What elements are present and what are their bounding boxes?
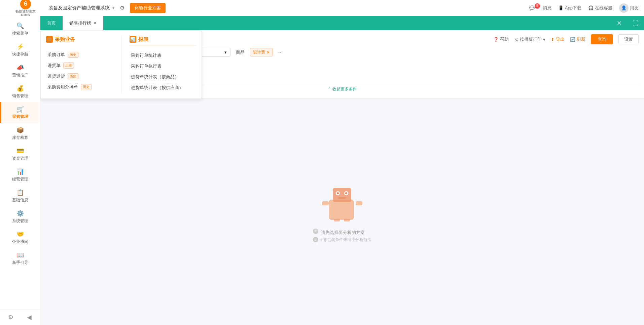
- help-btn[interactable]: ❓ 帮助: [493, 36, 509, 42]
- top-header: 6 畅捷通好生意 标准版 装备及固定资产辅助管理系统 ▾ ⚙ 体验行业方案 💬 …: [0, 0, 644, 16]
- sidebar-item-guide[interactable]: 📖 新手引导: [0, 248, 40, 269]
- export-btn[interactable]: ⬆ 导出: [551, 36, 565, 42]
- sidebar-label-marketing: 营销推广: [12, 72, 28, 78]
- doc-status-arrow: ▾: [224, 50, 227, 55]
- system-title-dropdown-arrow[interactable]: ▾: [112, 6, 114, 10]
- goods-tag-close[interactable]: ✕: [266, 50, 270, 55]
- tab-home[interactable]: 首页: [40, 16, 63, 30]
- marketing-icon: 📣: [16, 64, 24, 71]
- history-badge: 历史: [63, 63, 74, 69]
- content-body: ① 请先选择要分析的方案 ② 用[过滤]条件来缩小分析范围: [40, 98, 644, 325]
- export-icon: ⬆: [551, 37, 554, 42]
- sidebar-item-search[interactable]: 🔍 搜索菜单: [0, 19, 40, 40]
- empty-state: ① 请先选择要分析的方案 ② 用[过滤]条件来缩小分析范围: [313, 181, 372, 243]
- collapse-btn[interactable]: ◀: [22, 314, 38, 321]
- report-section-title: 📊 报表: [130, 36, 196, 46]
- purchase-icon: 🛒: [16, 106, 24, 113]
- sidebar-item-finance[interactable]: 💳 资金管理: [0, 144, 40, 165]
- goods-more-dots[interactable]: ···: [278, 49, 283, 55]
- content-area: 首页 销售排行榜 ✕ ✕ ⛶ 🛒 采购业务 采购订单: [40, 16, 644, 325]
- history-badge: 历史: [68, 73, 78, 79]
- export-label: 导出: [556, 36, 565, 42]
- purchase-section-title: 🛒 采购业务: [46, 36, 113, 45]
- sidebar-item-sales[interactable]: 💰 销售管理: [0, 81, 40, 102]
- cooperation-icon: 🤝: [16, 231, 24, 238]
- sidebar-bottom: ⚙ ◀: [0, 309, 40, 325]
- sidebar-item-system[interactable]: ⚙️ 系统管理: [0, 206, 40, 227]
- sidebar: 🔍 搜索菜单 ⚡ 快捷导航 📣 营销推广 💰 销售管理 🛒 采购管理 📦 库存核…: [0, 16, 40, 325]
- avatar: 👤: [619, 3, 629, 13]
- message-label: 消息: [543, 5, 551, 11]
- svg-rect-6: [338, 197, 346, 199]
- sidebar-item-inventory[interactable]: 📦 库存核算: [0, 123, 40, 144]
- purchase-section-icon: 🛒: [46, 36, 53, 43]
- main-layout: 🔍 搜索菜单 ⚡ 快捷导航 📣 营销推广 💰 销售管理 🛒 采购管理 📦 库存核…: [0, 16, 644, 325]
- hint-bullet-2: ②: [313, 237, 318, 242]
- svg-rect-0: [329, 200, 354, 220]
- message-btn[interactable]: 💬 5 消息: [529, 5, 551, 11]
- help-icon: ❓: [493, 37, 499, 42]
- settings-btn[interactable]: ⚙: [3, 314, 19, 321]
- print-dropdown-arrow[interactable]: ▾: [543, 37, 545, 42]
- menu-purchase-order-exec[interactable]: 采购订单执行表: [130, 61, 196, 72]
- sidebar-label-guide: 新手引导: [12, 260, 28, 266]
- refresh-btn[interactable]: 🔄 刷新: [570, 36, 585, 42]
- svg-rect-8: [356, 201, 362, 205]
- user-menu-btn[interactable]: 👤 用友: [619, 3, 639, 13]
- refresh-label: 刷新: [577, 36, 585, 42]
- sidebar-item-marketing[interactable]: 📣 营销推广: [0, 60, 40, 81]
- sidebar-label-inventory: 库存核算: [12, 135, 28, 140]
- industry-btn[interactable]: 体验行业方案: [130, 3, 166, 13]
- sidebar-label-system: 系统管理: [12, 218, 28, 224]
- history-badge: 历史: [81, 84, 92, 90]
- tab-fullscreen-btn[interactable]: ⛶: [627, 20, 644, 27]
- goods-tag: 设计费 ✕: [250, 48, 273, 56]
- system-icon: ⚙️: [16, 210, 24, 217]
- print-label: 按模板打印: [520, 36, 542, 42]
- basic-icon: 📋: [16, 189, 24, 196]
- inventory-icon: 📦: [16, 126, 24, 134]
- tab-close-icon[interactable]: ✕: [93, 21, 97, 26]
- collapse-icon: ⌃: [328, 87, 331, 91]
- menu-incoming[interactable]: 进货单 历史: [46, 60, 113, 71]
- sidebar-item-quicknav[interactable]: ⚡ 快捷导航: [0, 40, 40, 60]
- hint-bullet-1: ①: [313, 229, 318, 234]
- business-icon: 📊: [16, 168, 24, 175]
- menu-item-label: 采购订单: [47, 52, 65, 58]
- settings-btn[interactable]: 设置: [618, 34, 639, 44]
- app-download-btn[interactable]: 📱 App下载: [558, 5, 581, 11]
- sidebar-label-cooperation: 企业协同: [12, 239, 28, 245]
- history-badge: 历史: [68, 52, 78, 58]
- robot-svg: [319, 181, 366, 221]
- sidebar-item-business[interactable]: 📊 经营管理: [0, 165, 40, 186]
- sidebar-item-basic[interactable]: 📋 基础信息: [0, 186, 40, 206]
- online-service-btn[interactable]: 🎧 在线客服: [588, 5, 612, 11]
- menu-incoming-stat-supplier[interactable]: 进货单统计表（按供应商）: [130, 82, 196, 93]
- empty-hint-2: ② 用[过滤]条件来缩小分析范围: [313, 237, 372, 243]
- tab-sales-rank[interactable]: 销售排行榜 ✕: [63, 16, 103, 30]
- empty-hint-text-1: 请先选择要分析的方案: [321, 230, 365, 236]
- search-icon: 🔍: [16, 22, 24, 30]
- svg-point-4: [337, 192, 339, 194]
- print-btn[interactable]: 🖨 按模板打印 ▾: [514, 36, 545, 42]
- menu-return-goods[interactable]: 进货退货 历史: [46, 71, 113, 82]
- quicknav-icon: ⚡: [16, 43, 24, 50]
- menu-purchase-order[interactable]: 采购订单 历史: [46, 49, 113, 60]
- help-label: 帮助: [500, 36, 509, 42]
- system-title: 装备及固定资产辅助管理系统 ▾ ⚙: [48, 5, 124, 11]
- query-btn[interactable]: 查询: [591, 34, 613, 44]
- menu-purchase-order-stat[interactable]: 采购订单统计表: [130, 50, 196, 61]
- sidebar-item-purchase[interactable]: 🛒 采购管理: [0, 102, 40, 123]
- logo-icon: 6: [20, 0, 31, 9]
- menu-purchase-fee[interactable]: 采购费用分摊单 历史: [46, 82, 113, 92]
- svg-rect-10: [344, 219, 350, 221]
- gear-icon[interactable]: ⚙: [120, 5, 124, 11]
- collapse-label: 收起更多条件: [332, 87, 357, 91]
- app-label: App下载: [565, 5, 581, 11]
- menu-incoming-stat-goods[interactable]: 进货单统计表（按商品）: [130, 72, 196, 82]
- tab-bar: 首页 销售排行榜 ✕ ✕ ⛶: [40, 16, 644, 30]
- tab-window-close-btn[interactable]: ✕: [611, 19, 627, 27]
- dropdown-menu: 🛒 采购业务 采购订单 历史 进货单 历史 进货退货 历史 采购费用分摊: [40, 30, 202, 99]
- sidebar-label-search: 搜索菜单: [12, 31, 28, 36]
- sidebar-item-cooperation[interactable]: 🤝 企业协同: [0, 227, 40, 248]
